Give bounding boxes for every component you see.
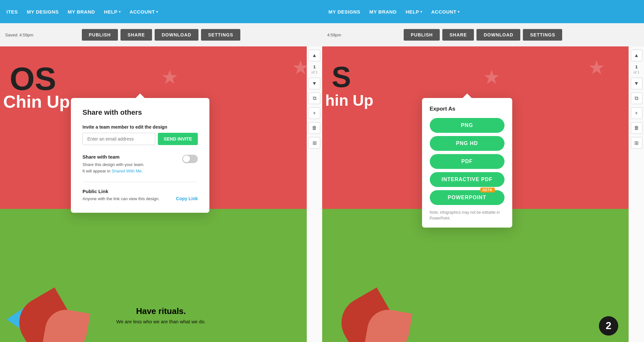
right-grid-view-button[interactable]: ⊞ [631,137,642,149]
right-nav-account[interactable]: ACCOUNT ▾ [431,9,460,15]
share-team-toggle-wrap [182,155,198,163]
right-settings-button[interactable]: SETTINGS [523,29,562,41]
right-help-caret-icon: ▾ [420,10,422,14]
public-link-row: Anyone with the link can view this desig… [82,196,198,201]
right-nav-bar: MY DESIGNS MY BRAND HELP ▾ ACCOUNT ▾ [322,0,644,23]
right-nav-help[interactable]: HELP ▾ [406,9,422,15]
delete-page-button[interactable]: 🗑 [309,122,320,134]
dialog-divider [82,182,198,182]
right-account-caret-icon: ▾ [458,10,460,14]
invite-label: Invite a team member to edit the design [82,124,198,130]
copy-page-button[interactable]: ⧉ [309,93,320,104]
scroll-down-button[interactable]: ▼ [309,78,320,89]
export-png-hd-button[interactable]: PNG HD [430,136,505,151]
left-toolbar: Saved: 4:59pm PUBLISH SHARE DOWNLOAD SET… [0,23,322,46]
right-scroll-up-button[interactable]: ▲ [631,50,642,61]
public-link-desc: Anyone with the link can view this desig… [82,196,159,201]
toggle-thumb [183,155,190,162]
right-canvas: ★ ★ S hin Up 2 ▲ 1 of 1 ▼ ⧉ + 🗑 ⊞ [322,46,644,342]
help-caret-icon: ▾ [119,10,121,14]
right-design-text-s: S [332,63,351,92]
grid-view-button[interactable]: ⊞ [309,137,320,149]
share-team-row: Share with team Share this design with y… [82,154,198,174]
we-are-less-text: We are less who we are than what we do. [0,319,322,324]
download-button[interactable]: DOWNLOAD [155,29,198,41]
export-pdf-button[interactable]: PDF [430,154,505,169]
page-indicator: ▲ 1 of 1 [312,64,317,74]
left-canvas: ★ ★ OS Chin Up Have rituals. We are less… [0,46,322,342]
right-star-deco-1: ★ [588,56,605,79]
export-interactive-pdf-button[interactable]: INTERACTIVE PDF [430,172,505,187]
share-button[interactable]: SHARE [120,29,152,41]
nav-account[interactable]: ACCOUNT ▾ [130,9,158,15]
right-page-indicator: 1 of 1 [633,64,639,74]
right-copy-page-button[interactable]: ⧉ [631,93,642,104]
share-team-toggle[interactable] [182,155,198,163]
share-team-label: Share with team [82,154,144,160]
nav-help[interactable]: HELP ▾ [104,9,121,15]
right-side-controls: ▲ 1 of 1 ▼ ⧉ + 🗑 ⊞ [629,46,644,342]
number-circle: 2 [599,316,618,336]
right-download-button[interactable]: DOWNLOAD [476,29,520,41]
dialog-arrow [136,93,145,98]
have-rituals-text: Have rituals. [0,306,322,316]
public-link-title: Public Link [82,189,198,194]
export-dialog: Export As PNG PNG HD PDF INTERACTIVE PDF… [422,98,512,228]
add-page-button[interactable]: + [309,107,320,119]
copy-link-button[interactable]: Copy Link [176,196,198,201]
right-design-green: 2 [322,209,644,342]
left-nav-bar: ITES MY DESIGNS MY BRAND HELP ▾ ACCOUNT … [0,0,322,23]
right-nav-my-brand[interactable]: MY BRAND [369,9,397,15]
saved-label: Saved: 4:59pm [5,33,33,37]
right-nav-my-designs[interactable]: MY DESIGNS [329,9,360,15]
right-publish-button[interactable]: PUBLISH [404,29,440,41]
account-caret-icon: ▾ [156,10,158,14]
star-deco-2: ★ [161,66,178,88]
right-scroll-down-button[interactable]: ▼ [631,78,642,89]
invite-row: SEND INVITE [82,133,198,145]
scroll-up-button[interactable]: ▲ [309,50,320,61]
right-saved-label: 4:59pm [327,33,341,37]
nav-my-brand[interactable]: MY BRAND [68,9,95,15]
left-panel: ITES MY DESIGNS MY BRAND HELP ▾ ACCOUNT … [0,0,322,342]
send-invite-button[interactable]: SEND INVITE [158,133,198,145]
share-dialog-title: Share with others [82,108,198,117]
right-delete-page-button[interactable]: 🗑 [631,122,642,134]
right-design-text-hinup: hin Up [325,92,373,109]
design-text-os: OS [10,63,56,95]
share-dialog: Share with others Invite a team member t… [71,98,209,213]
design-text-chinup: Chin Up [3,92,70,112]
design-green-section: Have rituals. We are less who we are tha… [0,209,322,342]
export-png-button[interactable]: PNG [430,118,505,133]
right-panel: MY DESIGNS MY BRAND HELP ▾ ACCOUNT ▾ 4:5… [322,0,644,342]
right-share-button[interactable]: SHARE [442,29,474,41]
nav-ites[interactable]: ITES [6,9,18,15]
right-toolbar: 4:59pm PUBLISH SHARE DOWNLOAD SETTINGS [322,23,644,46]
export-powerpoint-button[interactable]: POWERPOINTBETA [430,190,505,205]
right-star-deco-2: ★ [483,66,500,88]
nav-my-designs[interactable]: MY DESIGNS [27,9,59,15]
email-input[interactable] [82,133,155,145]
export-title: Export As [430,106,505,112]
beta-badge: BETA [480,188,495,192]
share-team-desc: Share this design with your team. It wil… [82,161,144,174]
export-note: Note, infographics may not be editable i… [430,210,505,221]
settings-button[interactable]: SETTINGS [201,29,240,41]
left-side-controls: ▲ ▲ 1 of 1 ▼ ⧉ + 🗑 ⊞ [307,46,322,342]
share-team-info: Share with team Share this design with y… [82,154,144,174]
export-dialog-arrow [463,93,472,98]
shared-with-me-link[interactable]: Shared With Me. [111,169,143,173]
right-add-page-button[interactable]: + [631,107,642,119]
publish-button[interactable]: PUBLISH [82,29,118,41]
